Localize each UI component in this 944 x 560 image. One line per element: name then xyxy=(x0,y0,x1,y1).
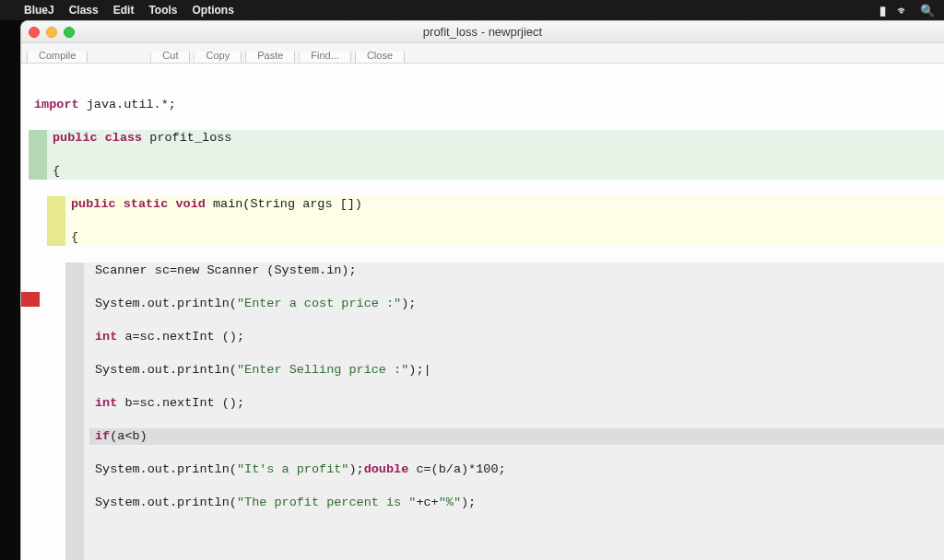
battery-icon[interactable]: ▮ xyxy=(879,4,886,18)
window-titlebar[interactable]: profit_loss - newprjiect xyxy=(21,21,944,43)
code-text: System.out.println( xyxy=(95,363,237,377)
close-button[interactable]: Close xyxy=(355,46,405,63)
compile-button[interactable]: Compile xyxy=(27,46,88,63)
code-keyword: int xyxy=(95,396,117,410)
code-text: System.out.println( xyxy=(95,297,237,310)
code-keyword: class xyxy=(98,131,143,145)
wifi-icon[interactable]: ᯤ xyxy=(897,4,909,18)
code-text: main(String args []) xyxy=(206,197,362,211)
code-string: "Enter a cost price :" xyxy=(237,297,401,310)
code-keyword: public xyxy=(53,131,98,145)
code-text: b=sc.nextInt (); xyxy=(117,396,244,410)
code-text: System.out.println( xyxy=(95,496,237,509)
menu-tools[interactable]: Tools xyxy=(148,4,177,17)
code-text: { xyxy=(65,229,944,246)
code-keyword: import xyxy=(34,98,79,111)
macos-menubar: BlueJ Class Edit Tools Options ↖ ▮ ᯤ 🔍 xyxy=(0,0,944,20)
code-editor[interactable]: import java.util.*; public class profit_… xyxy=(21,64,944,560)
cut-button[interactable]: Cut xyxy=(150,46,190,63)
code-text: c=(b/a)*100; xyxy=(408,462,505,476)
code-text: ); xyxy=(461,496,476,509)
menu-bluej[interactable]: BlueJ xyxy=(24,4,54,17)
code-text: ); xyxy=(408,363,423,377)
code-string: "The profit percent is " xyxy=(237,496,416,509)
code-text: ); xyxy=(348,462,363,476)
code-text: profit_loss xyxy=(142,131,231,145)
code-string: "It's a profit" xyxy=(237,462,349,476)
code-text: Scanner sc=new Scanner (System.in); xyxy=(89,262,944,279)
code-keyword: static xyxy=(116,197,169,211)
code-text: +c+ xyxy=(416,496,438,509)
code-keyword: public xyxy=(71,197,116,211)
code-text: java.util.*; xyxy=(79,98,176,111)
copy-button[interactable]: Copy xyxy=(194,46,242,63)
find-button[interactable]: Find... xyxy=(299,46,351,63)
code-string: "Enter Selling price :" xyxy=(237,363,408,377)
text-cursor: | xyxy=(423,363,431,377)
editor-toolbar: Compile Cut Copy Paste Find... Close xyxy=(21,43,944,64)
code-text: System.out.println( xyxy=(95,462,237,476)
window-title: profit_loss - newprjiect xyxy=(21,25,944,39)
code-text: { xyxy=(47,163,944,180)
menu-class[interactable]: Class xyxy=(69,4,99,17)
code-keyword: if xyxy=(95,429,110,443)
code-text: (a<b) xyxy=(110,429,148,443)
code-string: "%" xyxy=(439,496,461,509)
code-keyword: double xyxy=(364,462,409,476)
error-marker[interactable] xyxy=(21,292,40,307)
code-text: ); xyxy=(401,297,416,310)
editor-window: profit_loss - newprjiect Compile Cut Cop… xyxy=(20,20,944,560)
code-keyword: int xyxy=(95,330,117,344)
code-text: a=sc.nextInt (); xyxy=(117,330,244,344)
menu-edit[interactable]: Edit xyxy=(113,4,135,17)
code-keyword: void xyxy=(168,197,206,211)
menu-options[interactable]: Options xyxy=(193,4,234,17)
paste-button[interactable]: Paste xyxy=(245,46,295,63)
menubar-status: ▮ ᯤ 🔍 xyxy=(879,4,935,18)
search-icon[interactable]: 🔍 xyxy=(920,4,935,18)
